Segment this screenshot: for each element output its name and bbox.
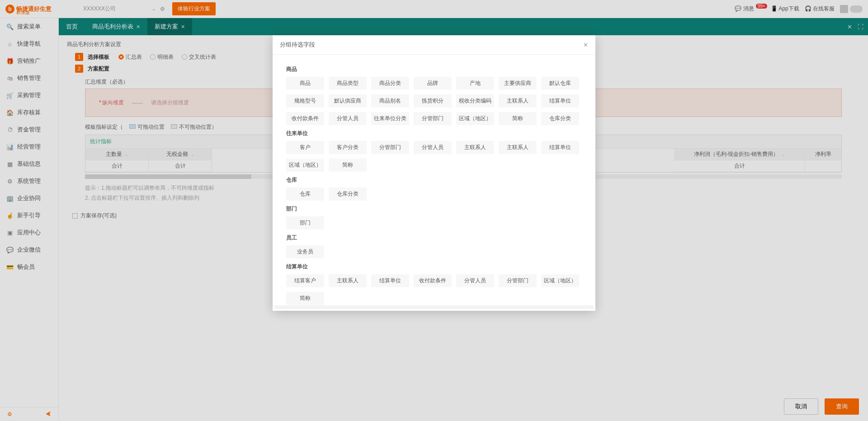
modal-close-icon[interactable]: ✕ [583,42,588,48]
field-chip[interactable]: 商品类型 [329,77,367,90]
modal-mask: 分组待选字段 ✕ 商品商品商品类型商品分类品牌产地主要供应商默认仓库规格型号默认… [0,0,868,421]
field-group-title: 仓库 [286,176,586,184]
field-chip[interactable]: 仓库分类 [329,187,367,201]
field-chip[interactable]: 部门 [286,216,324,229]
field-group-title: 员工 [286,234,586,242]
field-group-title: 部门 [286,205,586,213]
field-chip[interactable]: 产地 [456,77,494,90]
field-chip[interactable]: 商品 [286,77,324,90]
field-chip-row: 部门 [286,216,586,229]
field-chip[interactable]: 区域（地区） [456,112,494,125]
field-chip[interactable]: 品牌 [414,77,452,90]
field-chip-row: 客户客户分类分管部门分管人员主联系人主联系人结算单位区域（地区）简称 [286,141,586,172]
field-picker-modal: 分组待选字段 ✕ 商品商品商品类型商品分类品牌产地主要供应商默认仓库规格型号默认… [273,35,595,311]
field-chip[interactable]: 分管部门 [414,112,452,125]
field-chip[interactable]: 客户 [286,141,324,154]
field-chip-row: 商品商品类型商品分类品牌产地主要供应商默认仓库规格型号默认供应商商品别名拣货积分… [286,77,586,125]
field-chip[interactable]: 结算单位 [541,141,579,154]
modal-bottom-scroll[interactable] [274,305,594,309]
field-chip[interactable]: 税收分类编码 [456,94,494,108]
field-chip[interactable]: 简称 [329,159,367,172]
field-chip-row: 业务员 [286,245,586,258]
field-chip[interactable]: 分管人员 [414,141,452,154]
modal-body: 商品商品商品类型商品分类品牌产地主要供应商默认仓库规格型号默认供应商商品别名拣货… [273,55,595,305]
field-chip[interactable]: 客户分类 [329,141,367,154]
field-chip[interactable]: 商品分类 [371,77,409,90]
field-chip[interactable]: 分管人员 [456,274,494,287]
field-chip[interactable]: 结算客户 [286,274,324,287]
field-chip[interactable]: 规格型号 [286,94,324,108]
field-chip[interactable]: 主联系人 [329,274,367,287]
field-group-title: 商品 [286,65,586,73]
field-chip[interactable]: 主联系人 [499,94,537,108]
field-chip[interactable]: 往来单位分类 [371,112,409,125]
field-chip[interactable]: 区域（地区） [286,159,324,172]
field-chip[interactable]: 主要供应商 [499,77,537,90]
field-chip[interactable]: 结算单位 [371,274,409,287]
field-chip[interactable]: 主联系人 [499,141,537,154]
field-chip-row: 结算客户主联系人结算单位收付款条件分管人员分管部门区域（地区）简称 [286,274,586,305]
field-chip[interactable]: 仓库分类 [541,112,579,125]
field-chip[interactable]: 简称 [499,112,537,125]
field-chip[interactable]: 收付款条件 [414,274,452,287]
field-chip[interactable]: 默认供应商 [329,94,367,108]
modal-header: 分组待选字段 ✕ [273,35,595,55]
field-chip[interactable]: 收付款条件 [286,112,324,125]
field-chip[interactable]: 分管部门 [499,274,537,287]
field-chip[interactable]: 业务员 [286,245,324,258]
field-chip[interactable]: 简称 [286,292,324,305]
field-chip[interactable]: 默认仓库 [541,77,579,90]
field-group-title: 往来单位 [286,130,586,137]
field-chip[interactable]: 结算单位 [541,94,579,108]
field-chip[interactable]: 区域（地区） [541,274,579,287]
field-chip[interactable]: 分管部门 [371,141,409,154]
field-chip[interactable]: 主联系人 [456,141,494,154]
field-chip[interactable]: 仓库 [286,187,324,201]
modal-title: 分组待选字段 [280,41,315,49]
field-chip[interactable]: 分管人员 [329,112,367,125]
field-group-title: 结算单位 [286,263,586,271]
field-chip-row: 仓库仓库分类 [286,187,586,201]
field-chip[interactable]: 商品别名 [371,94,409,108]
field-chip[interactable]: 拣货积分 [414,94,452,108]
